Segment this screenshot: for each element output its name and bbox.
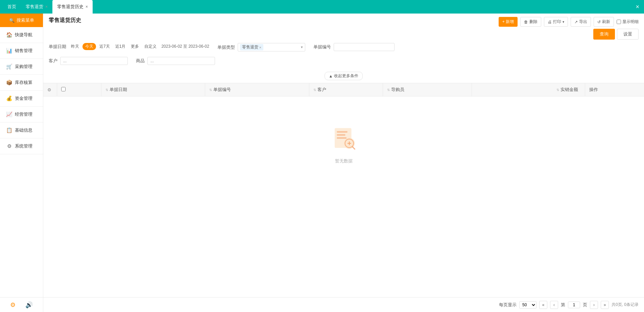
window-close-button[interactable]: ×	[631, 3, 644, 10]
th-date[interactable]: ⇅ 单据日期	[101, 83, 205, 96]
sort-guide-icon: ⇅	[387, 88, 390, 92]
system-icon: ⚙	[6, 143, 12, 149]
page-size-select[interactable]: 20 50 100 200	[519, 301, 536, 309]
sidebar-item-quicknav[interactable]: 🏠 快捷导航	[0, 27, 43, 43]
goods-filter-label: 商品	[136, 58, 145, 64]
export-icon: ↗	[574, 20, 578, 24]
page-first-button[interactable]: «	[539, 301, 547, 309]
type-select-arrow-icon: ▾	[301, 45, 303, 49]
gear-icon[interactable]: ⚙	[47, 87, 51, 92]
page-label: 第	[561, 302, 565, 308]
tab-retail-return-close[interactable]: ×	[45, 4, 48, 9]
date-opt-today[interactable]: 今天	[82, 43, 96, 50]
content-area: 零售退货历史 + 新增 🗑 删除 🖨 打印 ▾	[43, 14, 644, 312]
main-layout: 🔍 搜索菜单 🏠 快捷导航 📊 销售管理 🛒 采购管理 📦 库存核算 💰	[0, 14, 644, 312]
settings-bottom-icon[interactable]: ⚙	[10, 301, 16, 309]
show-detail-checkbox[interactable]: 显示明细	[617, 19, 639, 25]
page-prev-button[interactable]: ‹	[550, 301, 558, 309]
empty-text: 暂无数据	[335, 158, 353, 164]
sidebar-item-purchase[interactable]: 🛒 采购管理	[0, 59, 43, 75]
content-wrapper: ⚙ ⇅ 单据日期	[43, 83, 644, 312]
sidebar-item-system[interactable]: ⚙ 系统管理	[0, 138, 43, 154]
operations-icon: 📈	[6, 111, 12, 117]
tab-retail-return-history-close[interactable]: ×	[86, 4, 88, 9]
goods-filter-input[interactable]	[147, 57, 215, 65]
svg-line-6	[352, 147, 355, 149]
customer-filter-label: 客户	[49, 58, 57, 64]
refresh-icon: ↺	[597, 20, 601, 24]
sidebar-item-operations[interactable]: 📈 经营管理	[0, 107, 43, 122]
page-next-button[interactable]: ›	[590, 301, 598, 309]
sort-number-icon: ⇅	[209, 88, 212, 92]
th-number[interactable]: ⇅ 单据编号	[205, 83, 309, 96]
table-container[interactable]: ⚙ ⇅ 单据日期	[43, 83, 644, 297]
inventory-icon: 📦	[6, 80, 12, 86]
empty-state: 暂无数据	[43, 96, 644, 191]
page-title: 零售退货历史	[49, 17, 81, 24]
new-button[interactable]: + 新增	[499, 17, 518, 27]
date-opt-more[interactable]: 更多	[129, 43, 141, 50]
page-size-label: 每页显示	[499, 302, 517, 308]
svg-rect-2	[337, 134, 345, 136]
number-filter-label: 单据编号	[313, 44, 331, 50]
delete-button[interactable]: 🗑 删除	[520, 17, 541, 27]
sort-customer-icon: ⇅	[313, 88, 316, 92]
collapse-button[interactable]: ▲ 收起更多条件	[325, 72, 363, 80]
home-icon: 🏠	[6, 32, 12, 38]
data-table: ⚙ ⇅ 单据日期	[43, 83, 644, 191]
sidebar-bottom: ⚙ 🔊	[0, 297, 43, 312]
type-tag-close[interactable]: ×	[259, 45, 261, 49]
collapse-bar: ▲ 收起更多条件	[49, 70, 639, 83]
th-gear[interactable]: ⚙	[43, 83, 57, 96]
sidebar: 🔍 搜索菜单 🏠 快捷导航 📊 销售管理 🛒 采购管理 📦 库存核算 💰	[0, 14, 43, 312]
page-total-info: 共0页, 0条记录	[612, 302, 639, 308]
sidebar-search-button[interactable]: 🔍 搜索菜单	[0, 14, 43, 27]
th-action: 操作	[585, 83, 644, 96]
date-opt-custom[interactable]: 自定义	[142, 43, 159, 50]
tab-home[interactable]: 首页	[3, 0, 21, 14]
th-amount[interactable]: ⇅ 实销金额	[472, 83, 585, 96]
date-range-display: 2023-06-02 至 2023-06-02	[161, 44, 209, 49]
sort-amount-icon: ⇅	[556, 88, 559, 92]
date-opt-1month[interactable]: 近1月	[113, 43, 128, 50]
print-icon: 🖨	[548, 20, 552, 24]
type-tag: 零售退货 ×	[240, 44, 263, 50]
tab-retail-return[interactable]: 零售退货 ×	[21, 0, 52, 14]
search-icon: 🔍	[9, 18, 15, 23]
sort-date-icon: ⇅	[105, 88, 108, 92]
date-opt-yesterday[interactable]: 昨天	[69, 43, 81, 50]
th-customer[interactable]: ⇅ 客户	[309, 83, 383, 96]
page-number-input[interactable]	[568, 302, 580, 308]
sidebar-item-sales[interactable]: 📊 销售管理	[0, 43, 43, 59]
date-options: 昨天 今天 近7天 近1月 更多 自定义	[69, 43, 159, 50]
sidebar-item-basic-info[interactable]: 📋 基础信息	[0, 122, 43, 138]
query-button[interactable]: 查询	[593, 29, 615, 40]
date-opt-7days[interactable]: 近7天	[97, 43, 112, 50]
sidebar-menu: 🏠 快捷导航 📊 销售管理 🛒 采购管理 📦 库存核算 💰 资金管理 📈	[0, 27, 43, 297]
purchase-icon: 🛒	[6, 64, 12, 70]
delete-icon: 🗑	[524, 20, 528, 24]
sidebar-item-inventory[interactable]: 📦 库存核算	[0, 75, 43, 91]
type-filter-label: 单据类型	[217, 44, 235, 50]
customer-filter-input[interactable]	[60, 57, 128, 65]
pagination-bar: 每页显示 20 50 100 200 « ‹ 第 页 › » 共0页, 0条记录	[43, 297, 644, 312]
th-guide[interactable]: ⇅ 导购员	[383, 83, 472, 96]
setting-button[interactable]: 设置	[617, 29, 639, 40]
type-filter-select[interactable]: 零售退货 × ▾	[238, 43, 305, 51]
sales-icon: 📊	[6, 48, 12, 54]
volume-icon[interactable]: 🔊	[25, 301, 33, 309]
page-last-button[interactable]: »	[601, 301, 609, 309]
sidebar-item-finance[interactable]: 💰 资金管理	[0, 91, 43, 107]
refresh-button[interactable]: ↺ 刷新	[594, 17, 614, 27]
chevron-up-icon: ▲	[329, 74, 333, 79]
select-all-checkbox[interactable]	[61, 87, 66, 91]
export-button[interactable]: ↗ 导出	[571, 17, 591, 27]
th-checkbox[interactable]	[57, 83, 101, 96]
tab-retail-return-history[interactable]: 零售退货历史 ×	[52, 0, 93, 14]
print-button[interactable]: 🖨 打印 ▾	[544, 17, 568, 27]
top-bar: 首页 零售退货 × 零售退货历史 × ×	[0, 0, 644, 14]
number-filter-input[interactable]	[334, 43, 395, 51]
finance-icon: 💰	[6, 95, 12, 102]
print-arrow-icon: ▾	[563, 20, 564, 24]
svg-rect-3	[337, 137, 347, 139]
